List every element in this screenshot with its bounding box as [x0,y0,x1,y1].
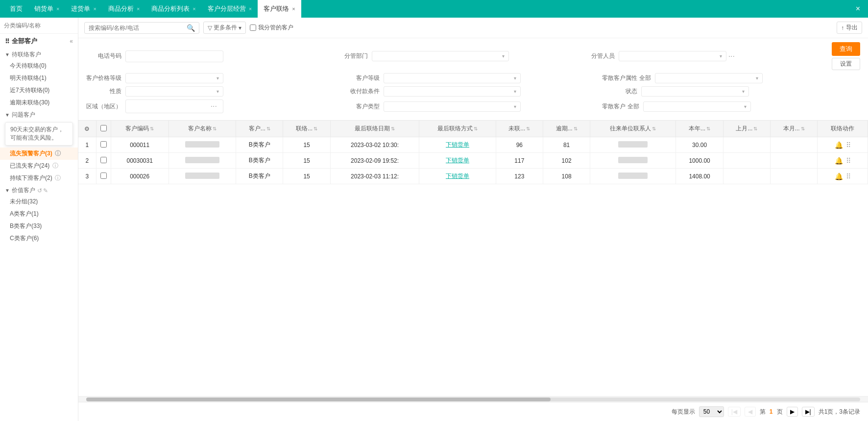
search-input[interactable] [89,25,187,31]
filter-select-cust-level[interactable]: ▾ [384,73,521,83]
prev-page-btn[interactable]: ◀ [745,407,756,417]
filter-select-manager[interactable]: ▾ [619,51,726,61]
sidebar-item-unsorted[interactable]: 未分组(32) [0,196,78,208]
row-checkbox[interactable] [96,137,111,153]
sort-name[interactable]: ⇅ [213,126,217,131]
col-settings[interactable]: ⚙ [78,121,96,137]
close-tab-customer-segment[interactable]: × [249,6,252,12]
filter-select-payment[interactable]: ▾ [384,86,521,97]
sidebar-search-input[interactable] [4,22,77,29]
chevron-down-payment: ▾ [514,89,516,94]
more-conditions-button[interactable]: ▽ 更多条件 ▾ [203,22,246,34]
close-tab-product-analysis[interactable]: × [137,6,140,12]
select-all-checkbox[interactable] [100,125,107,131]
sort-code[interactable]: ⇅ [150,126,154,131]
sidebar-group-value-customers[interactable]: ▼ 价值客户 ↺ ✎ [0,184,78,196]
close-tab-purchase[interactable]: × [93,6,96,12]
row-type: B类客户 [236,153,283,169]
sort-overdue[interactable]: ⇅ [574,126,578,131]
table-row: 3 000026 B类客户 15 2023-02-03 11:12: 下销货单 … [78,169,868,184]
edit-icon[interactable]: ✎ [43,187,48,194]
tab-sales[interactable]: 销货单 × [28,0,65,18]
row-checkbox[interactable] [96,169,111,184]
scroll-thumb[interactable] [86,397,551,401]
sidebar-item-type-c[interactable]: C类客户(6) [0,232,78,245]
sort-uncontacted[interactable]: ⇅ [526,126,530,131]
first-page-btn[interactable]: |◀ [728,407,741,417]
sidebar-item-type-b[interactable]: B类客户(33) [0,220,78,232]
filter-input-phone[interactable] [125,50,223,62]
sidebar-all-customers[interactable]: ⠿ 全部客户 « [0,34,78,49]
filter-select-retail[interactable]: ▾ [643,101,751,112]
last-page-btn[interactable]: ▶| [802,407,815,417]
page-size-select[interactable]: 50 100 200 [699,406,724,417]
sort-unit[interactable]: ⇅ [652,126,656,131]
table-header-row: ⚙ 客户编码⇅ 客户名称⇅ 客户...⇅ 联络...⇅ 最后联络日期⇅ 最后联络… [78,121,868,137]
col-checkbox[interactable] [96,121,111,137]
sort-type[interactable]: ⇅ [266,126,270,131]
filter-select-nature[interactable]: ▾ [125,86,223,97]
row-code: 00030031 [111,153,169,169]
filter-select-status[interactable]: ▾ [641,86,749,97]
action-bell-icon[interactable]: 🔔 [835,173,843,180]
filter-select-cust-type[interactable]: ▾ [384,101,521,112]
filter-row-2: 客户价格等级 ▾ 客户等级 ▾ 零散客户属性 全部 [86,73,860,83]
sidebar-collapse-btn[interactable]: « [70,38,73,45]
sort-this-month[interactable]: ⇅ [801,126,805,131]
window-close-button[interactable]: × [852,4,864,13]
settings-button[interactable]: 设置 [832,58,860,70]
my-customers-checkbox-label[interactable]: 我分管的客户 [250,24,293,32]
tab-home[interactable]: 首页 [4,0,28,18]
tab-customer-segment[interactable]: 客户分层经营 × [202,0,258,18]
action-bell-icon[interactable]: 🔔 [835,141,843,149]
close-tab-sales[interactable]: × [56,6,59,12]
sidebar-group-lost-customers[interactable]: ▼ 问题客户 [0,109,78,120]
filter-field-cust-type: 客户类型 ▾ [344,101,603,112]
export-button[interactable]: ↑ 导出 [837,22,862,34]
row-last-contact-method[interactable]: 下销货单 [419,169,496,184]
sidebar-group-pending-contact[interactable]: ▼ 待联络客户 [0,49,78,60]
filter-select-price-level[interactable]: ▾ [125,73,223,83]
filter-select-dept[interactable]: ▾ [372,51,509,61]
sidebar-item-week-pending[interactable]: 近7天待联络(0) [0,84,78,97]
sidebar-item-lost-warning[interactable]: 流失预警客户(3) ⓘ [0,148,78,160]
action-more-icon[interactable]: ⠿ [846,157,851,165]
query-button[interactable]: 查询 [832,42,860,56]
filter-panel: 电话号码 分管部门 ▾ 分管人员 ▾ ··· [78,38,868,121]
filter-select-region[interactable]: ··· [125,99,223,113]
refresh-icon[interactable]: ↺ [37,187,42,194]
sidebar-item-today-pending[interactable]: 今天待联络(0) [0,60,78,72]
action-more-icon[interactable]: ⠿ [846,141,851,149]
close-tab-product-analysis-list[interactable]: × [193,6,195,12]
row-this-year: 1408.00 [676,169,723,184]
next-page-btn[interactable]: ▶ [787,407,798,417]
tab-customer-contact[interactable]: 客户联络 × [258,0,301,18]
tab-purchase[interactable]: 进货单 × [65,0,102,18]
sort-last-method[interactable]: ⇅ [474,126,478,131]
close-tab-customer-contact[interactable]: × [292,6,295,12]
row-checkbox[interactable] [96,153,111,169]
sidebar-item-tomorrow-pending[interactable]: 明天待联络(1) [0,72,78,84]
sort-contact[interactable]: ⇅ [313,126,317,131]
filter-field-phone: 电话号码 [86,50,333,62]
region-dots-btn[interactable]: ··· [209,102,219,111]
tab-product-analysis-list[interactable]: 商品分析列表 × [145,0,201,18]
row-last-contact-method[interactable]: 下销货单 [419,137,496,153]
horizontal-scrollbar[interactable] [78,396,868,402]
my-customers-checkbox[interactable] [250,25,256,31]
tab-product-analysis[interactable]: 商品分析 × [102,0,145,18]
sort-year[interactable]: ⇅ [706,126,710,131]
sidebar-item-already-lost[interactable]: 已流失客户(24) ⓘ [0,160,78,172]
sidebar-item-type-a[interactable]: A类客户(1) [0,208,78,220]
sort-last-month[interactable]: ⇅ [753,126,757,131]
action-bell-icon[interactable]: 🔔 [835,157,843,165]
sidebar-item-overdue-pending[interactable]: 逾期未联络(30) [0,97,78,109]
action-more-icon[interactable]: ⠿ [846,173,851,180]
filter-select-retail-attr[interactable]: ▾ [655,73,763,83]
manager-dots-btn[interactable]: ··· [726,52,737,61]
current-page-num: 1 [770,408,773,415]
row-last-contact-method[interactable]: 下销货单 [419,153,496,169]
sort-last-date[interactable]: ⇅ [391,126,395,131]
search-submit-icon[interactable]: 🔍 [187,24,195,32]
sidebar-item-declining[interactable]: 持续下滑客户(2) ⓘ [0,172,78,184]
